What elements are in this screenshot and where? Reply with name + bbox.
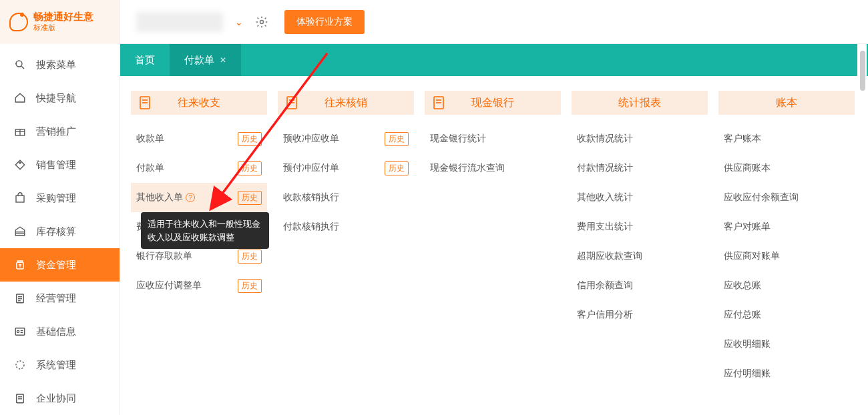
column-header: 往来核销 — [278, 91, 414, 115]
menu-row-label: 收款情况统计 — [577, 133, 633, 145]
tab-payment[interactable]: 付款单 ✕ — [170, 44, 241, 76]
menu-row[interactable]: 费用支出统计 — [572, 212, 708, 242]
circle-dashed-icon — [13, 358, 27, 372]
menu-row-label: 应付明细账 — [724, 368, 771, 380]
topbar: ⌄ 体验行业方案 — [120, 0, 868, 44]
menu-row-text: 客户账本 — [724, 133, 761, 145]
menu-row[interactable]: 应收明细账 — [718, 330, 855, 359]
menu-row-label: 收款核销执行 — [283, 191, 339, 203]
logo-area: 畅捷通好生意 标准版 — [0, 0, 120, 44]
warehouse-icon — [13, 225, 27, 238]
menu-row[interactable]: 应付明细账 — [718, 359, 855, 388]
column-list: 现金银行统计现金银行流水查询 — [425, 115, 561, 183]
menu-row[interactable]: 其他收入统计 — [572, 183, 708, 212]
menu-row-text: 现金银行统计 — [430, 133, 486, 145]
menu-row-label: 费用支出统计 — [577, 221, 633, 233]
history-badge[interactable]: 历史 — [238, 161, 262, 175]
sidebar-item-inventory[interactable]: 库存核算 — [0, 215, 120, 248]
history-badge[interactable]: 历史 — [238, 279, 262, 293]
gear-icon[interactable] — [255, 15, 268, 29]
sidebar-item-quicknav[interactable]: 快捷导航 — [0, 81, 120, 115]
menu-row[interactable]: 预收冲应收单历史 — [278, 124, 414, 153]
menu-row[interactable]: 其他收入单?历史 — [131, 183, 267, 212]
blurred-region — [136, 12, 223, 32]
sidebar-item-label: 采购管理 — [36, 192, 76, 205]
sidebar-item-purchase[interactable]: 采购管理 — [0, 181, 120, 215]
menu-row[interactable]: 超期应收款查询 — [572, 242, 708, 271]
tab-home[interactable]: 首页 — [120, 44, 170, 76]
logo-icon — [9, 13, 28, 31]
menu-row[interactable]: 应收应付调整单历史 — [131, 271, 267, 300]
menu-row[interactable]: 应收应付余额查询 — [718, 183, 855, 212]
menu-row[interactable]: 供应商对账单 — [718, 242, 855, 271]
column-list: 收款单历史付款单历史其他收入单?历史费用支出单历史银行存取款单历史应收应付调整单… — [131, 115, 267, 300]
history-badge[interactable]: 历史 — [238, 191, 262, 205]
menu-row-label: 应付总账 — [724, 309, 761, 321]
menu-row[interactable]: 收款情况统计 — [572, 124, 708, 153]
menu-row[interactable]: 付款单历史 — [131, 153, 267, 183]
menu-row[interactable]: 付款核销执行 — [278, 212, 414, 242]
history-badge[interactable]: 历史 — [385, 161, 409, 175]
menu-row-label: 供应商账本 — [724, 162, 771, 174]
experience-button[interactable]: 体验行业方案 — [284, 10, 365, 34]
menu-row-text: 付款情况统计 — [577, 162, 633, 174]
column: 现金银行现金银行统计现金银行流水查询 — [425, 91, 561, 183]
sidebar-item-basicinfo[interactable]: 基础信息 — [0, 315, 120, 348]
history-badge[interactable]: 历史 — [385, 132, 409, 146]
sidebar-item-search[interactable]: 搜索菜单 — [0, 48, 120, 81]
menu-row[interactable]: 信用余额查询 — [572, 271, 708, 300]
card-icon — [13, 325, 27, 338]
bag-icon — [13, 191, 27, 205]
menu-row[interactable]: 客户对账单 — [718, 212, 855, 242]
history-badge[interactable]: 历史 — [238, 250, 262, 264]
svg-line-1 — [21, 66, 24, 69]
clipboard-icon — [13, 292, 27, 305]
menu-row-text: 超期应收款查询 — [577, 250, 642, 262]
menu-row[interactable]: 客户账本 — [718, 124, 855, 153]
menu-row[interactable]: 客户信用分析 — [572, 300, 708, 330]
sidebar-item-label: 系统管理 — [36, 359, 76, 372]
sidebar-item-sales[interactable]: 销售管理 — [0, 148, 120, 181]
search-icon — [13, 58, 27, 71]
menu-row[interactable]: 供应商账本 — [718, 153, 855, 183]
sidebar-item-system[interactable]: 系统管理 — [0, 348, 120, 382]
sidebar-item-finance[interactable]: 资金管理 — [0, 248, 120, 282]
menu-row-label: 供应商对账单 — [724, 250, 780, 262]
column-list: 收款情况统计付款情况统计其他收入统计费用支出统计超期应收款查询信用余额查询客户信… — [572, 115, 708, 330]
sidebar-item-label: 企业协同 — [36, 392, 76, 405]
menu-row-text: 应付明细账 — [724, 368, 771, 380]
menu-row-text: 应收总账 — [724, 280, 761, 292]
menu-row-label: 应收总账 — [724, 280, 761, 292]
menu-row-label: 银行存取款单 — [136, 250, 192, 262]
menu-row-text: 应收应付调整单 — [136, 280, 202, 292]
column: 统计报表收款情况统计付款情况统计其他收入统计费用支出统计超期应收款查询信用余额查… — [572, 91, 708, 330]
menu-row-label: 客户对账单 — [724, 221, 771, 233]
menu-row-label: 客户账本 — [724, 133, 761, 145]
menu-row[interactable]: 收款单历史 — [131, 124, 267, 153]
main-area: ⌄ 体验行业方案 首页 付款单 ✕ 往来收支收款单历史付款单历史其他收入单?历史… — [120, 0, 868, 415]
menu-row[interactable]: 应收总账 — [718, 271, 855, 300]
chevron-down-icon[interactable]: ⌄ — [235, 17, 243, 27]
sidebar-item-operation[interactable]: 经营管理 — [0, 282, 120, 315]
column-header: 账本 — [718, 91, 855, 115]
history-badge[interactable]: 历史 — [238, 132, 262, 146]
menu-row[interactable]: 应付总账 — [718, 300, 855, 330]
svg-point-21 — [16, 361, 24, 369]
menu-row-label: 收款单 — [136, 133, 164, 145]
column: 往来收支收款单历史付款单历史其他收入单?历史费用支出单历史银行存取款单历史应收应… — [131, 91, 267, 300]
help-icon[interactable]: ? — [186, 193, 195, 202]
menu-row-label: 其他收入单? — [136, 191, 195, 203]
menu-row[interactable]: 付款情况统计 — [572, 153, 708, 183]
menu-row[interactable]: 现金银行统计 — [425, 124, 561, 153]
sidebar-item-collab[interactable]: 企业协同 — [0, 382, 120, 415]
menu-row-label: 客户信用分析 — [577, 309, 633, 321]
scrollbar[interactable] — [857, 44, 867, 415]
close-icon[interactable]: ✕ — [220, 55, 226, 65]
brand-edition: 标准版 — [33, 23, 93, 33]
menu-row[interactable]: 现金银行流水查询 — [425, 153, 561, 183]
menu-row[interactable]: 预付冲应付单历史 — [278, 153, 414, 183]
menu-row[interactable]: 收款核销执行 — [278, 183, 414, 212]
sidebar-item-marketing[interactable]: 营销推广 — [0, 115, 120, 148]
column: 账本客户账本供应商账本应收应付余额查询客户对账单供应商对账单应收总账应付总账应收… — [718, 91, 855, 388]
column-list: 预收冲应收单历史预付冲应付单历史收款核销执行付款核销执行 — [278, 115, 414, 242]
